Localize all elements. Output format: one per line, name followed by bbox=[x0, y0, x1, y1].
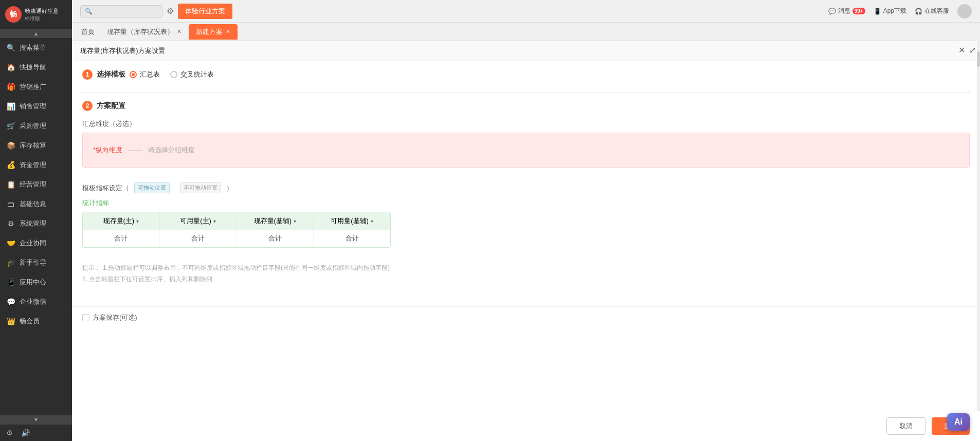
sidebar-item-inventory[interactable]: 📦 库存核算 bbox=[0, 136, 72, 155]
close-window-button[interactable]: ✕ bbox=[958, 45, 965, 55]
message-label: 消息 bbox=[838, 7, 850, 15]
chart-icon: 📊 bbox=[6, 102, 15, 111]
scroll-thumb[interactable] bbox=[977, 51, 980, 67]
user-avatar[interactable] bbox=[957, 4, 972, 19]
hint-text-2: 2. 点击标题栏下拉可设置排序、插入列和删除列 bbox=[82, 274, 212, 285]
save-section: 方案保存(可选) bbox=[72, 306, 980, 328]
tab-inventory-label: 现存量（库存状况表） bbox=[107, 27, 174, 36]
tab-inventory-close[interactable]: ✕ bbox=[177, 28, 182, 35]
dimension-input-area[interactable]: *纵向维度 —— 请选择分组维度 bbox=[82, 133, 970, 168]
indicator-table-body: 合计 合计 合计 合计 bbox=[83, 230, 390, 247]
hint-section: 提示： 1.拖动标题栏可以调整布局，不可跨维度或指标区域拖动栏目字段(只能在同一… bbox=[82, 258, 970, 290]
summary-dimension-label: 汇总维度（必选） bbox=[82, 119, 970, 128]
dimension-separator: —— bbox=[129, 146, 142, 154]
sidebar-item-app-center[interactable]: 📱 应用中心 bbox=[0, 272, 72, 292]
sidebar-nav: 🔍 搜索菜单 🏠 快捷导航 🎁 营销推广 📊 销售管理 🛒 采购管理 📦 库存核… bbox=[0, 38, 72, 415]
page-title: 现存量(库存状况表)方案设置 bbox=[80, 47, 165, 54]
sidebar-item-search-menu[interactable]: 🔍 搜索菜单 bbox=[0, 38, 72, 58]
step1-title: 选择模板 bbox=[97, 70, 125, 79]
chevron-2[interactable]: ▾ bbox=[294, 218, 296, 224]
sidebar-item-basic-info[interactable]: 🗃 基础信息 bbox=[0, 194, 72, 214]
speaker-icon[interactable]: 🔊 bbox=[21, 429, 30, 437]
col-body-2: 合计 bbox=[237, 230, 314, 247]
clipboard-icon: 📋 bbox=[6, 180, 15, 189]
sidebar-item-finance[interactable]: 💰 资金管理 bbox=[0, 155, 72, 175]
col-header-3[interactable]: 可用量(基辅) ▾ bbox=[314, 212, 390, 230]
tab-new-plan-close[interactable]: ✕ bbox=[226, 28, 230, 35]
sidebar-item-label: 经营管理 bbox=[20, 180, 46, 189]
hint-line-2: 2. 点击标题栏下拉可设置排序、插入列和删除列 bbox=[82, 274, 970, 285]
window-controls: ✕ ⤢ bbox=[958, 45, 976, 55]
sidebar-item-purchase[interactable]: 🛒 采购管理 bbox=[0, 116, 72, 136]
online-service-item[interactable]: 🎧 在线客服 bbox=[915, 7, 949, 15]
col-header-2[interactable]: 现存量(基辅) ▾ bbox=[237, 212, 314, 230]
settings-icon[interactable]: ⚙ bbox=[6, 429, 13, 437]
indicator-table: 现存量(主) ▾ 可用量(主) ▾ 现存量(基辅) ▾ bbox=[82, 212, 391, 248]
step2-header: 2 方案配置 bbox=[82, 101, 970, 111]
sidebar-item-marketing[interactable]: 🎁 营销推广 bbox=[0, 77, 72, 97]
sidebar-item-cooperation[interactable]: 🤝 企业协同 bbox=[0, 233, 72, 253]
summary-dimension-area: 汇总维度（必选） *纵向维度 —— 请选择分组维度 bbox=[82, 119, 970, 168]
database-icon: 🗃 bbox=[6, 199, 15, 209]
radio-summary[interactable]: 汇总表 bbox=[130, 70, 160, 79]
sidebar-item-operations[interactable]: 📋 经营管理 bbox=[0, 175, 72, 194]
expand-window-button[interactable]: ⤢ bbox=[969, 45, 976, 55]
app-download-label: App下载 bbox=[883, 7, 906, 15]
tab-inventory-status[interactable]: 现存量（库存状况表） ✕ bbox=[100, 24, 189, 40]
form-area: 1 选择模板 汇总表 交叉统计表 bbox=[72, 61, 980, 306]
sidebar-item-label: 搜索菜单 bbox=[20, 43, 46, 52]
sidebar-scroll-up[interactable]: ▲ bbox=[0, 29, 72, 38]
topbar-right: 💬 消息 99+ 📱 App下载 🎧 在线客服 bbox=[828, 4, 972, 19]
sidebar-item-wechat[interactable]: 💬 企业微信 bbox=[0, 292, 72, 311]
sidebar-item-quick-nav[interactable]: 🏠 快捷导航 bbox=[0, 58, 72, 77]
main-area: 🔍 ⚙ 体验行业方案 💬 消息 99+ 📱 App下载 🎧 在线客服 bbox=[72, 0, 980, 441]
sidebar-item-label: 基础信息 bbox=[20, 199, 46, 209]
save-checkbox[interactable] bbox=[82, 314, 89, 321]
sidebar-item-sales[interactable]: 📊 销售管理 bbox=[0, 97, 72, 116]
sidebar-item-system[interactable]: ⚙ 系统管理 bbox=[0, 214, 72, 233]
app-download-item[interactable]: 📱 App下载 bbox=[874, 7, 906, 15]
app-logo-icon: 畅 bbox=[5, 6, 22, 23]
sidebar-item-newbie[interactable]: 🎓 新手引导 bbox=[0, 253, 72, 272]
sidebar-scroll-down[interactable]: ▼ bbox=[0, 415, 72, 424]
money-icon: 💰 bbox=[6, 160, 15, 170]
draggable-tag: 可拖动位置 bbox=[134, 182, 170, 193]
tab-new-plan-label: 新建方案 bbox=[196, 27, 223, 36]
page-header: 现存量(库存状况表)方案设置 bbox=[72, 41, 980, 61]
app-name: 畅康通好生意 标准版 bbox=[25, 7, 59, 21]
message-item[interactable]: 💬 消息 99+ bbox=[828, 7, 865, 15]
online-service-label: 在线客服 bbox=[924, 7, 949, 15]
search-input[interactable] bbox=[95, 8, 158, 15]
col-header-label-3: 可用量(基辅) bbox=[331, 216, 369, 226]
trial-button[interactable]: 体验行业方案 bbox=[178, 4, 232, 19]
col-body-3: 合计 bbox=[314, 230, 390, 247]
sidebar: 畅 畅康通好生意 标准版 ▲ 🔍 搜索菜单 🏠 快捷导航 🎁 营销推广 📊 销售… bbox=[0, 0, 72, 441]
search-menu-icon: 🔍 bbox=[6, 43, 15, 52]
topbar-search-box[interactable]: 🔍 bbox=[80, 5, 162, 17]
save-checkbox-item[interactable]: 方案保存(可选) bbox=[82, 313, 137, 322]
col-header-label-2: 现存量(基辅) bbox=[254, 216, 292, 226]
tab-new-plan[interactable]: 新建方案 ✕ bbox=[189, 24, 238, 40]
chevron-0[interactable]: ▾ bbox=[136, 218, 139, 224]
chevron-1[interactable]: ▾ bbox=[213, 218, 216, 224]
scroll-track[interactable] bbox=[977, 41, 980, 411]
sidebar-item-member[interactable]: 👑 畅会员 bbox=[0, 311, 72, 331]
sidebar-item-label: 库存核算 bbox=[20, 141, 46, 150]
step2-badge: 2 bbox=[82, 101, 93, 111]
hint-text-1: 1.拖动标题栏可以调整布局，不可跨维度或指标区域拖动栏目字段(只能在同一维度或指… bbox=[103, 263, 390, 274]
wechat-icon: 💬 bbox=[6, 297, 15, 306]
col-header-0[interactable]: 现存量(主) ▾ bbox=[83, 212, 160, 230]
col-header-1[interactable]: 可用量(主) ▾ bbox=[160, 212, 237, 230]
cancel-button[interactable]: 取消 bbox=[886, 417, 925, 435]
col-header-label-1: 可用量(主) bbox=[180, 216, 211, 226]
content-area: ✕ ⤢ 现存量(库存状况表)方案设置 1 选择模板 汇总表 bbox=[72, 41, 980, 411]
ai-button[interactable]: Ai bbox=[947, 413, 970, 431]
sidebar-item-label: 新手引导 bbox=[20, 258, 46, 267]
handshake-icon: 🤝 bbox=[6, 238, 15, 248]
close-paren: ） bbox=[226, 183, 233, 193]
radio-summary-dot bbox=[130, 71, 137, 78]
topbar-gear-icon[interactable]: ⚙ bbox=[167, 6, 174, 16]
tab-home[interactable]: 首页 bbox=[76, 24, 100, 40]
chevron-3[interactable]: ▾ bbox=[371, 218, 373, 224]
radio-cross[interactable]: 交叉统计表 bbox=[170, 70, 214, 79]
